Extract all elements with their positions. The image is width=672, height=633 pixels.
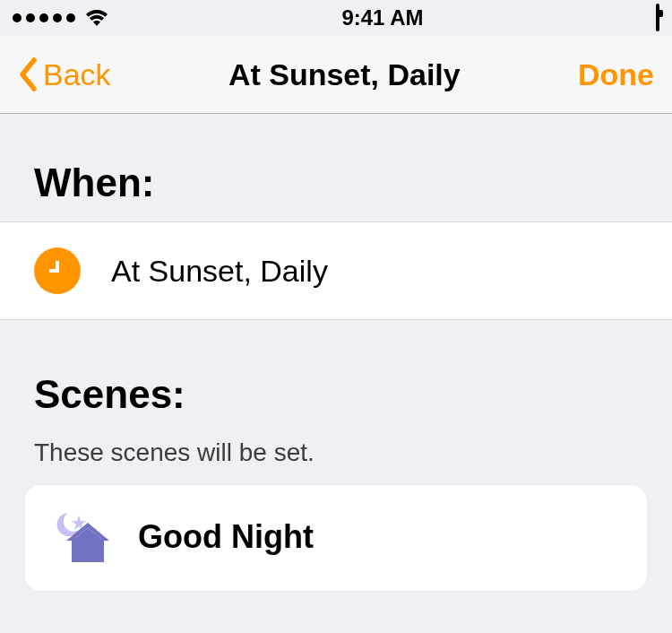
back-label: Back [43, 57, 111, 92]
nav-bar: Back At Sunset, Daily Done [0, 36, 672, 114]
scenes-header: Scenes: [0, 320, 672, 433]
page-title: At Sunset, Daily [228, 57, 461, 92]
status-bar: 9:41 AM [0, 0, 672, 36]
battery-icon [656, 4, 659, 31]
when-row[interactable]: At Sunset, Daily [0, 221, 672, 320]
scenes-sub: These scenes will be set. [0, 433, 672, 485]
status-right [656, 5, 659, 30]
scenes-section: Scenes: These scenes will be set. Good N… [0, 320, 672, 591]
done-button[interactable]: Done [578, 57, 654, 92]
chevron-left-icon [18, 57, 38, 91]
when-header: When: [0, 114, 672, 221]
when-section: When: At Sunset, Daily [0, 114, 672, 320]
clock-icon [34, 247, 81, 294]
signal-dots-icon [13, 13, 75, 22]
scene-label: Good Night [138, 518, 314, 556]
moon-house-icon [52, 510, 113, 564]
when-row-label: At Sunset, Daily [111, 254, 328, 289]
wifi-icon [84, 8, 109, 28]
scene-card[interactable]: Good Night [25, 485, 647, 591]
status-left [13, 8, 109, 28]
back-button[interactable]: Back [18, 57, 111, 92]
svg-rect-1 [72, 539, 104, 562]
status-time: 9:41 AM [341, 5, 423, 30]
